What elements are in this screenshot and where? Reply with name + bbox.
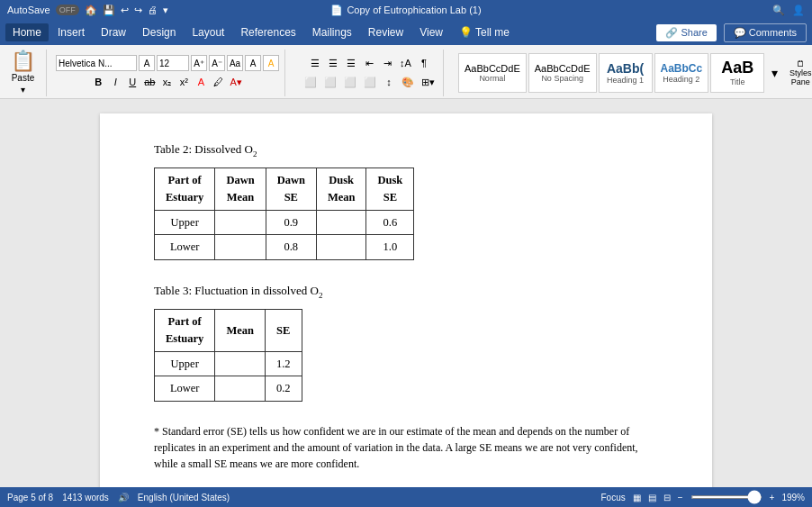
table2-section: Table 2: Dissolved O2 Part ofEstuary Daw… (154, 140, 658, 260)
menu-bar: Home Insert Draw Design Layout Reference… (0, 20, 812, 45)
zoom-in-icon[interactable]: + (770, 493, 775, 502)
menu-design[interactable]: Design (135, 23, 183, 41)
format-row: B I U ab x₂ x² A 🖊 A▾ (90, 74, 245, 90)
autosave-toggle[interactable]: OFF (56, 5, 79, 15)
underline-button[interactable]: U (124, 74, 140, 90)
document-container: Table 2: Dissolved O2 Part ofEstuary Daw… (0, 99, 812, 487)
share-button[interactable]: 🔗 Share (656, 24, 716, 41)
doc-title: Copy of Eutrophication Lab (1) (347, 5, 481, 15)
status-bar-right: Focus ▦ ▤ ⊟ − + 199% (601, 493, 806, 502)
menu-mailings[interactable]: Mailings (305, 23, 359, 41)
style-heading2[interactable]: AaBbCc Heading 2 (654, 53, 709, 93)
decrease-indent[interactable]: ⇤ (361, 55, 377, 71)
font-size-input[interactable] (157, 55, 189, 71)
style-no-spacing[interactable]: AaBbCcDdE No Spacing (528, 53, 597, 93)
layout-icon3[interactable]: ⊟ (663, 493, 671, 502)
font-size-grow[interactable]: A⁺ (191, 55, 207, 71)
font-color-btn2[interactable]: A▾ (227, 74, 244, 90)
bullets-button[interactable]: ☰ (307, 55, 323, 71)
style-heading1[interactable]: AaBb( Heading 1 (599, 53, 653, 93)
align-row: ⬜ ⬜ ⬜ ⬜ ↕ 🎨 ⊞▾ (302, 74, 438, 90)
subscript-button[interactable]: x₂ (158, 74, 175, 90)
layout-icon1[interactable]: ▦ (633, 493, 641, 502)
style-normal[interactable]: AaBbCcDdE Normal (458, 53, 527, 93)
line-spacing[interactable]: ↕ (381, 74, 397, 90)
comments-button[interactable]: 💬 Comments (724, 23, 807, 42)
clipboard-group: 📋 Paste ▾ (5, 50, 47, 96)
superscript-button[interactable]: x² (176, 74, 192, 90)
align-center[interactable]: ⬜ (321, 74, 339, 90)
paste-button[interactable]: 📋 Paste ▾ (5, 50, 41, 96)
table-row: Lower 0.2 (155, 376, 302, 402)
bold-button[interactable]: B (90, 74, 106, 90)
paste-dropdown[interactable]: ▾ (21, 85, 25, 95)
paste-icon: 📋 (11, 51, 35, 71)
home-icon: 🏠 (85, 5, 97, 16)
page-info: Page 5 of 8 (7, 493, 53, 502)
align-justify[interactable]: ⬜ (361, 74, 379, 90)
table2-header-row: Part ofEstuary DawnMean DawnSE DuskMean … (155, 168, 414, 211)
font-color-button[interactable]: A (193, 74, 209, 90)
profile-icon[interactable]: 👤 (792, 5, 805, 16)
text-highlight-button[interactable]: 🖊 (210, 74, 226, 90)
zoom-out-icon[interactable]: − (678, 493, 683, 502)
title-bar-right: 🔍 👤 (772, 5, 805, 16)
styles-more-btn[interactable]: ▾ (766, 52, 782, 94)
highlight-btn[interactable]: A (263, 55, 279, 71)
style-title[interactable]: AaB Title (710, 53, 764, 93)
table3-col-mean: Mean (215, 310, 266, 352)
search-icon[interactable]: 🔍 (772, 5, 785, 16)
shading-button[interactable]: 🎨 (399, 74, 417, 90)
align-left[interactable]: ⬜ (302, 74, 320, 90)
share-icon: 🔗 (665, 27, 678, 39)
comments-icon: 💬 (734, 27, 746, 39)
read-aloud-icon[interactable]: 🔊 (118, 493, 129, 502)
status-bar: Page 5 of 8 1413 words 🔊 English (United… (0, 487, 812, 507)
change-case-btn[interactable]: A (245, 55, 261, 71)
doc-icon: 📄 (330, 5, 343, 16)
clear-format-btn[interactable]: Aa (227, 55, 243, 71)
styles-group: AaBbCcDdE Normal AaBbCcDdE No Spacing Aa… (455, 50, 812, 95)
multilevel-button[interactable]: ☰ (343, 55, 359, 71)
zoom-level[interactable]: 199% (781, 493, 805, 502)
table-row: Upper 1.2 (155, 351, 302, 376)
menu-draw[interactable]: Draw (94, 23, 133, 41)
font-size-shrink[interactable]: A⁻ (209, 55, 225, 71)
ribbon: 📋 Paste ▾ A A⁺ A⁻ Aa A A B I U ab x₂ x² … (0, 45, 812, 99)
font-name-input[interactable] (56, 55, 137, 71)
italic-button[interactable]: I (107, 74, 123, 90)
numbering-button[interactable]: ☰ (325, 55, 341, 71)
menu-references[interactable]: References (233, 23, 302, 41)
strikethrough-button[interactable]: ab (141, 74, 158, 90)
table3-col-se: SE (265, 310, 302, 352)
list-align-row: ☰ ☰ ☰ ⇤ ⇥ ↕A ¶ (307, 55, 432, 71)
more-icon[interactable]: ▾ (163, 5, 168, 16)
redo-icon[interactable]: ↪ (134, 5, 142, 16)
zoom-slider[interactable] (690, 495, 762, 499)
focus-label[interactable]: Focus (601, 493, 626, 502)
menu-home[interactable]: Home (5, 23, 49, 41)
table2-col-dawnmean: DawnMean (215, 168, 266, 211)
save-icon[interactable]: 💾 (103, 5, 115, 16)
borders-button[interactable]: ⊞▾ (419, 74, 438, 90)
menu-tell-me[interactable]: 💡Tell me (452, 23, 517, 41)
show-marks-button[interactable]: ¶ (416, 55, 432, 71)
undo-icon[interactable]: ↩ (121, 5, 129, 16)
font-size-down[interactable]: A (139, 55, 155, 71)
sort-button[interactable]: ↕A (397, 55, 414, 71)
increase-indent[interactable]: ⇥ (379, 55, 395, 71)
font-group: A A⁺ A⁻ Aa A A B I U ab x₂ x² A 🖊 A▾ (50, 50, 285, 96)
menu-layout[interactable]: Layout (185, 23, 231, 41)
styles-pane-button[interactable]: 🗒 StylesPane (784, 52, 812, 94)
table2-col-dawnse: DawnSE (266, 168, 316, 211)
menu-view[interactable]: View (412, 23, 450, 41)
menu-insert[interactable]: Insert (50, 23, 92, 41)
menu-review[interactable]: Review (361, 23, 411, 41)
print-icon[interactable]: 🖨 (148, 5, 158, 15)
table3-section: Table 3: Fluctuation in dissolved O2 Par… (154, 282, 658, 402)
layout-icon2[interactable]: ▤ (648, 493, 656, 502)
paragraph-group: ☰ ☰ ☰ ⇤ ⇥ ↕A ¶ ⬜ ⬜ ⬜ ⬜ ↕ 🎨 ⊞▾ (296, 50, 444, 96)
table2-caption: Table 2: Dissolved O2 (154, 140, 658, 160)
table-row: Lower 0.8 1.0 (155, 235, 414, 260)
align-right[interactable]: ⬜ (341, 74, 359, 90)
